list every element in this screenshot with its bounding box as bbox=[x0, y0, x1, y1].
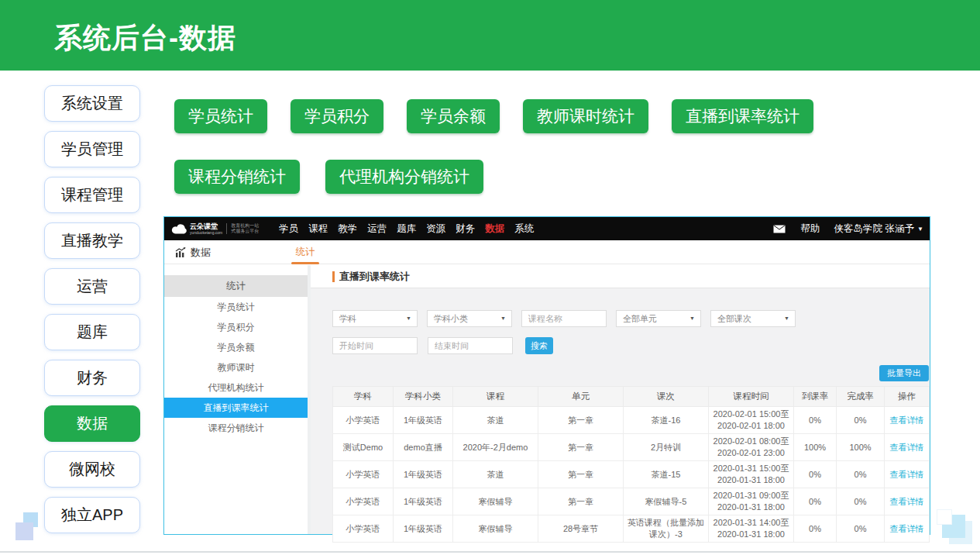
nav-menu-item[interactable]: 财务 bbox=[456, 222, 475, 236]
course-name-input[interactable] bbox=[521, 310, 607, 327]
sidebar-item[interactable]: 财务 bbox=[44, 360, 140, 396]
select-arrow-icon: ▼ bbox=[784, 311, 789, 326]
view-detail-link[interactable]: 查看详情 bbox=[890, 415, 924, 425]
subject-subcategory-select[interactable]: 学科小类 ▼ bbox=[427, 310, 512, 327]
view-detail-link[interactable]: 查看详情 bbox=[890, 524, 924, 533]
table-row: 小学英语 1年级英语 茶道 第一章 茶道-16 2020-02-01 15:00… bbox=[333, 407, 930, 434]
cell-action: 查看详情 bbox=[885, 434, 930, 461]
subnav-section-label: 数据 bbox=[191, 246, 211, 260]
cell-course-time: 2020-01-31 09:00至2020-01-31 18:00 bbox=[709, 488, 794, 515]
tab-statistics[interactable]: 统计 bbox=[290, 240, 321, 264]
cell-attendance-rate: 0% bbox=[794, 407, 837, 434]
panel-title: 直播到课率统计 bbox=[339, 265, 410, 288]
start-time-input[interactable] bbox=[332, 337, 418, 354]
lesson-select[interactable]: 全部课次 ▼ bbox=[710, 310, 796, 327]
quick-button[interactable]: 直播到课率统计 bbox=[672, 99, 813, 133]
brand-logo: 云朵课堂 yunduoketang.com 教育机构一站 式服务云平台 bbox=[170, 222, 259, 235]
sidebar-item[interactable]: 独立APP bbox=[44, 497, 140, 533]
quick-button[interactable]: 代理机构分销统计 bbox=[325, 160, 483, 194]
side-menu-item[interactable]: 课程分销统计 bbox=[164, 418, 308, 438]
chart-icon bbox=[175, 247, 186, 257]
nav-menu-item[interactable]: 题库 bbox=[397, 222, 416, 236]
cell-unit: 第一章 bbox=[538, 488, 624, 515]
subject-select[interactable]: 学科 ▼ bbox=[332, 310, 418, 327]
cell-completion-rate: 0% bbox=[837, 461, 885, 488]
brand-domain: yunduoketang.com bbox=[190, 230, 222, 235]
cloud-icon bbox=[170, 224, 187, 234]
cell-action: 查看详情 bbox=[885, 515, 930, 543]
view-detail-link[interactable]: 查看详情 bbox=[890, 497, 924, 506]
cell-course-time: 2020-02-01 08:00至2020-02-01 23:00 bbox=[709, 434, 794, 461]
side-menu-item[interactable]: 直播到课率统计 bbox=[164, 398, 308, 418]
table-row: 小学英语 1年级英语 寒假辅导 第一章 寒假辅导-5 2020-01-31 09… bbox=[333, 488, 930, 515]
title-accent-bar bbox=[332, 271, 335, 282]
cell-subject: 小学英语 bbox=[333, 461, 394, 488]
subnav-section: 数据 bbox=[175, 240, 211, 264]
table-header-cell: 学科 bbox=[333, 387, 394, 407]
view-detail-link[interactable]: 查看详情 bbox=[890, 443, 924, 452]
brand-divider bbox=[226, 223, 227, 234]
side-menu-header: 统计 bbox=[164, 275, 308, 297]
side-menu-item[interactable]: 学员积分 bbox=[164, 317, 308, 337]
admin-navbar: 云朵课堂 yunduoketang.com 教育机构一站 式服务云平台 学员 课… bbox=[164, 217, 930, 240]
cell-course-time: 2020-01-31 15:00至2020-01-31 18:00 bbox=[709, 461, 794, 488]
sidebar-item[interactable]: 课程管理 bbox=[44, 177, 140, 213]
quick-button[interactable]: 学员余额 bbox=[407, 99, 500, 133]
side-menu-item[interactable]: 学员余额 bbox=[164, 337, 308, 357]
cell-course: 2020年-2月demo bbox=[453, 434, 538, 461]
view-detail-link[interactable]: 查看详情 bbox=[890, 470, 924, 479]
quick-button[interactable]: 教师课时统计 bbox=[523, 99, 648, 133]
attendance-table: 学科 学科小类 课程 单元 课次 课程时间 到课率 完成率 操作 小学英语 1年… bbox=[332, 386, 930, 543]
table-header-cell: 操作 bbox=[885, 387, 930, 407]
quick-button[interactable]: 学员积分 bbox=[291, 99, 383, 133]
quick-button[interactable]: 学员统计 bbox=[174, 99, 267, 133]
cell-unit: 第一章 bbox=[538, 407, 624, 434]
admin-nav-menu: 学员 课程 教学 运营 题库 资源 财务 数据 系统 bbox=[279, 222, 534, 236]
side-menu-item[interactable]: 学员统计 bbox=[164, 297, 308, 317]
table-row: 小学英语 1年级英语 寒假辅导 28号章节 英语课程（批量添加课次）-3 202… bbox=[333, 515, 930, 543]
filter-row-2: 搜索 bbox=[332, 337, 553, 354]
side-menu-item[interactable]: 代理机构统计 bbox=[164, 377, 308, 398]
unit-select[interactable]: 全部单元 ▼ bbox=[616, 310, 701, 327]
mail-icon[interactable] bbox=[773, 225, 786, 233]
sidebar-item[interactable]: 微网校 bbox=[44, 451, 140, 488]
page-title: 系统后台-数据 bbox=[54, 19, 236, 57]
sidebar-item[interactable]: 题库 bbox=[44, 314, 140, 350]
nav-menu-item[interactable]: 资源 bbox=[426, 222, 445, 236]
sidebar-item[interactable]: 系统设置 bbox=[44, 85, 140, 122]
statistics-side-menu: 统计 学员统计 学员积分 学员余额 教师课时 代理机构统计 直播到课率统计 bbox=[164, 265, 308, 534]
nav-menu-item[interactable]: 教学 bbox=[338, 222, 357, 236]
nav-menu-item[interactable]: 课程 bbox=[308, 222, 328, 236]
cell-attendance-rate: 0% bbox=[794, 461, 837, 488]
cell-lesson: 茶道-16 bbox=[624, 407, 709, 434]
admin-subnav: 数据 统计 bbox=[164, 240, 930, 264]
select-arrow-icon: ▼ bbox=[406, 311, 411, 326]
cell-completion-rate: 100% bbox=[837, 434, 885, 461]
cell-attendance-rate: 0% bbox=[794, 515, 837, 543]
nav-menu-item[interactable]: 学员 bbox=[279, 222, 298, 236]
caret-down-icon[interactable]: ▼ bbox=[917, 226, 923, 233]
account-menu[interactable]: 侠客岛学院 张涵予 bbox=[834, 222, 914, 236]
nav-menu-item[interactable]: 运营 bbox=[367, 222, 387, 236]
brand-name: 云朵课堂 bbox=[190, 222, 222, 230]
help-link[interactable]: 帮助 bbox=[801, 222, 820, 236]
sidebar-item[interactable]: 运营 bbox=[44, 268, 140, 305]
select-arrow-icon: ▼ bbox=[500, 311, 506, 326]
end-time-input[interactable] bbox=[428, 337, 513, 354]
table-header-cell: 完成率 bbox=[837, 387, 885, 407]
side-menu-item[interactable]: 教师课时 bbox=[164, 357, 308, 377]
sidebar-item[interactable]: 直播教学 bbox=[44, 222, 140, 259]
batch-export-button[interactable]: 批量导出 bbox=[879, 365, 929, 381]
nav-menu-item[interactable]: 数据 bbox=[485, 222, 504, 236]
side-menu-items: 学员统计 学员积分 学员余额 教师课时 代理机构统计 直播到课率统计 课程分销统… bbox=[164, 297, 308, 438]
cell-course: 茶道 bbox=[453, 461, 538, 488]
search-button[interactable]: 搜索 bbox=[525, 337, 553, 354]
select-arrow-icon: ▼ bbox=[689, 311, 695, 326]
cell-completion-rate: 0% bbox=[837, 407, 885, 434]
cell-lesson: 茶道-15 bbox=[624, 461, 709, 488]
sidebar-item[interactable]: 学员管理 bbox=[44, 131, 140, 167]
nav-menu-item[interactable]: 系统 bbox=[514, 222, 534, 236]
quick-button[interactable]: 课程分销统计 bbox=[174, 160, 300, 194]
sidebar-item[interactable]: 数据 bbox=[44, 405, 140, 442]
quick-buttons-row-1: 学员统计 学员积分 学员余额 教师课时统计 直播到课率统计 bbox=[174, 99, 813, 133]
